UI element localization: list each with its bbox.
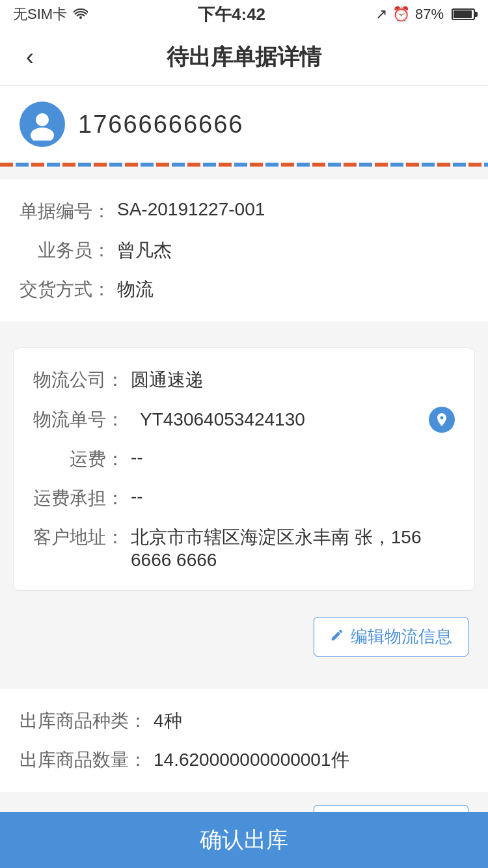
goods-quantity-value: 14.620000000000001件 (147, 748, 468, 772)
confirm-btn-wrapper: 确认出库 (0, 812, 488, 868)
tracking-row: 物流单号： YT43064053424130 (33, 407, 455, 433)
delivery-label: 交货方式： (20, 277, 111, 302)
salesman-value: 曾凡杰 (111, 238, 468, 263)
section-gap-1 (0, 321, 488, 334)
order-no-label: 单据编号： (20, 199, 111, 224)
freight-bearer-row: 运费承担： -- (33, 486, 455, 511)
time-display: 下午4:42 (198, 3, 265, 26)
nav-bar: ‹ 待出库单据详情 (0, 29, 488, 86)
dashed-divider (0, 163, 488, 167)
section-gap-2 (0, 663, 488, 676)
company-label: 物流公司： (33, 368, 124, 392)
carrier-text: 无SIM卡 (13, 5, 67, 24)
freight-bearer-label: 运费承担： (33, 486, 124, 511)
user-header: 17666666666 (0, 86, 488, 163)
battery-icon (452, 8, 475, 20)
wifi-icon (74, 6, 88, 23)
back-button[interactable]: ‹ (20, 37, 40, 77)
status-right: ↗ ⏰ 87% (375, 6, 475, 23)
goods-quantity-row: 出库商品数量： 14.620000000000001件 (20, 748, 468, 772)
goods-section: 出库商品种类： 4种 出库商品数量： 14.620000000000001件 (0, 689, 488, 792)
gps-icon: ↗ (375, 6, 387, 23)
confirm-button[interactable]: 确认出库 (20, 825, 468, 855)
tracking-label: 物流单号： (33, 407, 124, 432)
page-title: 待出库单据详情 (167, 42, 321, 72)
address-row: 客户地址： 北京市市辖区海淀区永丰南 张，156 6666 6666 (33, 525, 455, 571)
edit-logistics-button[interactable]: 编辑物流信息 (314, 617, 468, 657)
delivery-row: 交货方式： 物流 (20, 277, 468, 302)
freight-value: -- (124, 447, 455, 468)
edit-btn-row: 编辑物流信息 (0, 604, 488, 663)
tracking-value: YT43064053424130 (133, 409, 420, 430)
logistics-section: 物流公司： 圆通速递 物流单号： YT43064053424130 运费： --… (13, 347, 475, 591)
order-no-row: 单据编号： SA-20191227-001 (20, 199, 468, 224)
company-value: 圆通速递 (124, 368, 455, 392)
goods-types-label: 出库商品种类： (20, 709, 147, 733)
freight-label: 运费： (33, 447, 124, 472)
edit-logistics-label: 编辑物流信息 (351, 625, 452, 648)
delivery-value: 物流 (111, 277, 468, 302)
status-bar: 无SIM卡 下午4:42 ↗ ⏰ 87% (0, 0, 488, 29)
alarm-icon: ⏰ (392, 6, 410, 23)
goods-types-row: 出库商品种类： 4种 (20, 709, 468, 733)
address-value: 北京市市辖区海淀区永丰南 张，156 6666 6666 (124, 525, 455, 571)
status-left: 无SIM卡 (13, 5, 88, 24)
freight-row: 运费： -- (33, 447, 455, 472)
company-row: 物流公司： 圆通速递 (33, 368, 455, 392)
battery-text: 87% (415, 6, 444, 23)
address-label: 客户地址： (33, 525, 124, 550)
salesman-row: 业务员： 曾凡杰 (20, 238, 468, 263)
edit-icon (330, 627, 344, 647)
user-phone: 17666666666 (78, 111, 243, 139)
freight-bearer-value: -- (124, 486, 455, 507)
salesman-label: 业务员： (20, 238, 111, 263)
location-icon[interactable] (429, 407, 455, 433)
goods-types-value: 4种 (147, 709, 468, 733)
avatar (20, 102, 65, 147)
svg-point-1 (31, 128, 54, 141)
order-no-value: SA-20191227-001 (111, 199, 468, 220)
goods-quantity-label: 出库商品数量： (20, 748, 147, 772)
basic-info-section: 单据编号： SA-20191227-001 业务员： 曾凡杰 交货方式： 物流 (0, 180, 488, 321)
svg-point-0 (36, 113, 49, 126)
